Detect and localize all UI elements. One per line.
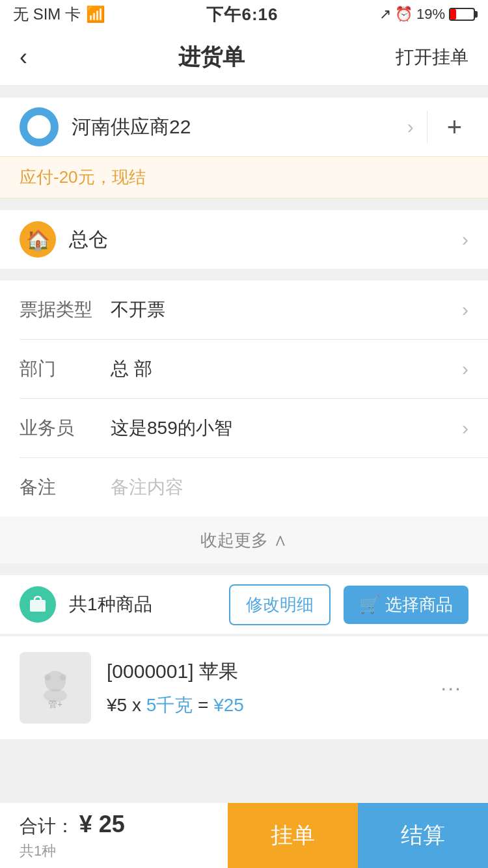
remark-label: 备注 bbox=[20, 475, 111, 500]
product-total: ¥25 bbox=[213, 695, 244, 715]
select-product-button[interactable]: 🛒 选择商品 bbox=[344, 586, 468, 624]
sales-label: 业务员 bbox=[20, 416, 111, 441]
divider-1 bbox=[0, 86, 488, 98]
divider-5 bbox=[0, 634, 488, 635]
footer-sub-label: 共1种 bbox=[20, 841, 208, 861]
warehouse-row[interactable]: 🏠 总仓 › bbox=[0, 210, 488, 269]
svg-point-1 bbox=[45, 671, 66, 692]
hang-button[interactable]: 挂单 bbox=[228, 803, 358, 868]
supplier-notice: 应付-20元，现结 bbox=[0, 156, 488, 198]
product-code: [0000001] bbox=[107, 660, 199, 682]
remark-row[interactable]: 备注 备注内容 bbox=[0, 458, 488, 517]
supplier-row[interactable]: 河南供应商22 › + bbox=[0, 98, 488, 156]
form-section: 票据类型 不开票 › 部门 总 部 › 业务员 这是859的小智 › 备注 备注… bbox=[0, 280, 488, 517]
location-icon: ↗ bbox=[379, 6, 391, 23]
svg-point-2 bbox=[44, 674, 51, 681]
dept-value: 总 部 bbox=[111, 357, 462, 381]
multiply-sign: x bbox=[132, 695, 146, 715]
equals-sign: = bbox=[198, 695, 213, 715]
product-quantity: 5千克 bbox=[146, 695, 193, 715]
dept-label: 部门 bbox=[20, 357, 111, 381]
status-right: ↗ ⏰ 19% bbox=[379, 6, 475, 23]
divider-2 bbox=[0, 198, 488, 210]
wifi-icon: 📶 bbox=[86, 5, 105, 23]
svg-rect-0 bbox=[30, 600, 46, 612]
status-time: 下午6:16 bbox=[206, 3, 278, 26]
warehouse-chevron-icon: › bbox=[462, 228, 468, 251]
product-icon bbox=[20, 586, 56, 623]
add-supplier-button[interactable]: + bbox=[441, 107, 468, 146]
invoice-chevron-icon: › bbox=[462, 299, 468, 321]
avatar-inner bbox=[27, 115, 51, 139]
collapse-label: 收起更多 ∧ bbox=[200, 529, 287, 552]
warehouse-icon: 🏠 bbox=[20, 221, 56, 258]
sales-chevron-icon: › bbox=[462, 417, 468, 439]
product-header: 共1种商品 修改明细 🛒 选择商品 bbox=[0, 575, 488, 634]
warehouse-name: 总仓 bbox=[69, 226, 462, 253]
sales-value: 这是859的小智 bbox=[111, 416, 462, 441]
dept-row[interactable]: 部门 总 部 › bbox=[0, 340, 488, 398]
divider-3 bbox=[0, 269, 488, 280]
warehouse-section[interactable]: 🏠 总仓 › bbox=[0, 210, 488, 269]
open-pending-button[interactable]: 打开挂单 bbox=[396, 45, 468, 70]
invoice-label: 票据类型 bbox=[20, 297, 111, 322]
footer-total-section: 合计： ¥ 25 共1种 bbox=[0, 803, 228, 868]
total-label: 合计： bbox=[20, 816, 74, 836]
supplier-chevron-icon: › bbox=[407, 116, 414, 138]
invoice-value: 不开票 bbox=[111, 297, 462, 322]
svg-text:管+: 管+ bbox=[48, 699, 62, 709]
product-more-button[interactable]: ··· bbox=[434, 670, 468, 707]
supplier-vertical-divider bbox=[427, 111, 427, 143]
select-product-label: 选择商品 bbox=[385, 593, 453, 616]
status-bar: 无 SIM 卡 📶 下午6:16 ↗ ⏰ 19% bbox=[0, 0, 488, 29]
nav-bar: ‹ 进货单 打开挂单 bbox=[0, 29, 488, 86]
product-name: [0000001] 苹果 bbox=[107, 658, 418, 685]
page-title: 进货单 bbox=[178, 42, 245, 72]
product-details: [0000001] 苹果 ¥5 x 5千克 = ¥25 bbox=[107, 658, 418, 718]
settle-button[interactable]: 结算 bbox=[358, 803, 488, 868]
collapse-row[interactable]: 收起更多 ∧ bbox=[0, 517, 488, 563]
sales-row[interactable]: 业务员 这是859的小智 › bbox=[0, 399, 488, 457]
product-thumbnail: 管+ bbox=[20, 652, 91, 724]
carrier-label: 无 SIM 卡 bbox=[13, 4, 81, 25]
product-item: 管+ [0000001] 苹果 ¥5 x 5千克 = ¥25 ··· bbox=[0, 636, 488, 739]
product-price: ¥5 x 5千克 = ¥25 bbox=[107, 693, 418, 718]
footer: 合计： ¥ 25 共1种 挂单 结算 bbox=[0, 803, 488, 868]
dept-chevron-icon: › bbox=[462, 358, 468, 380]
svg-point-3 bbox=[60, 674, 66, 681]
edit-detail-button[interactable]: 修改明细 bbox=[229, 584, 331, 625]
status-left: 无 SIM 卡 📶 bbox=[13, 4, 105, 25]
divider-4 bbox=[0, 563, 488, 575]
footer-total-line: 合计： ¥ 25 bbox=[20, 811, 208, 839]
select-product-icon: 🛒 bbox=[359, 595, 380, 615]
price-per-unit: ¥5 bbox=[107, 695, 127, 715]
supplier-name: 河南供应商22 bbox=[72, 114, 407, 141]
footer-spacer bbox=[0, 739, 488, 811]
supplier-section: 河南供应商22 › + 应付-20元，现结 bbox=[0, 98, 488, 198]
invoice-row[interactable]: 票据类型 不开票 › bbox=[0, 280, 488, 339]
back-button[interactable]: ‹ bbox=[20, 44, 27, 71]
total-amount: ¥ 25 bbox=[79, 811, 125, 837]
remark-placeholder[interactable]: 备注内容 bbox=[111, 475, 468, 500]
supplier-avatar bbox=[20, 107, 59, 146]
product-count: 共1种商品 bbox=[69, 592, 216, 617]
alarm-icon: ⏰ bbox=[395, 6, 413, 23]
battery-percent: 19% bbox=[416, 6, 445, 23]
battery-icon bbox=[449, 8, 475, 21]
